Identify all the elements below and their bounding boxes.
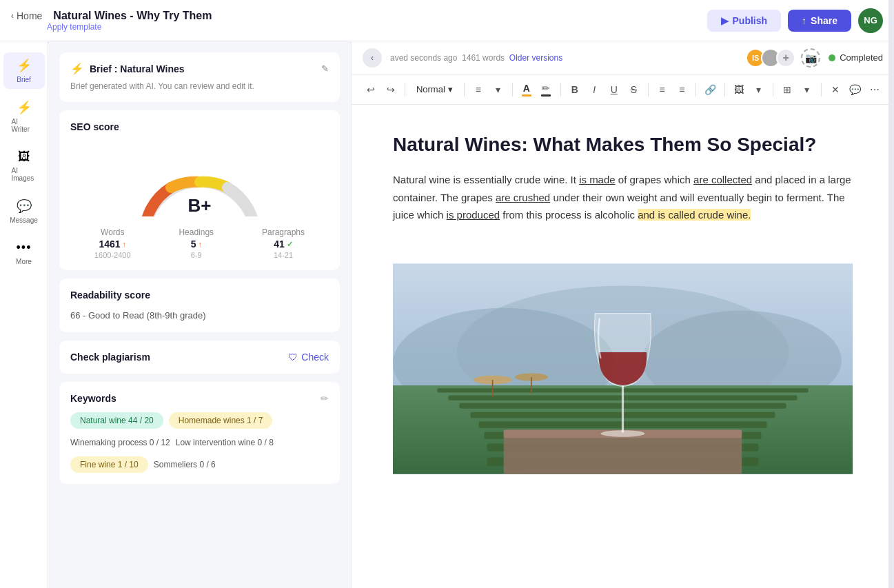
keyword-winemaking-process[interactable]: Winemaking process 0 / 12 bbox=[70, 434, 170, 451]
align-button[interactable]: ≡ bbox=[470, 80, 487, 99]
headings-range: 6-9 bbox=[191, 251, 202, 259]
highlight-button[interactable]: ✏ bbox=[538, 80, 555, 99]
keywords-title: Keywords bbox=[70, 393, 116, 404]
underline-button[interactable]: U bbox=[606, 80, 623, 99]
inline-underline-4: is produced bbox=[447, 209, 500, 221]
add-collaborator-button[interactable]: + bbox=[776, 48, 795, 68]
italic-button[interactable]: I bbox=[586, 80, 603, 99]
comment-button[interactable]: 💬 bbox=[846, 80, 864, 99]
sidebar-item-brief[interactable]: ⚡ Brief bbox=[3, 52, 45, 89]
user-avatar[interactable]: NG bbox=[858, 8, 883, 33]
brief-edit-icon[interactable]: ✎ bbox=[321, 63, 329, 74]
home-link[interactable]: ‹ Home bbox=[11, 10, 42, 21]
back-chevron-icon: ‹ bbox=[11, 11, 14, 21]
paragraphs-value: 41 bbox=[274, 239, 285, 250]
toolbar-separator-8 bbox=[773, 83, 773, 97]
share-label: Share bbox=[811, 15, 837, 26]
redo-button[interactable]: ↪ bbox=[383, 80, 400, 99]
readability-card: Readability score 66 - Good to Read (8th… bbox=[59, 278, 340, 332]
inline-underline-1: is made bbox=[579, 174, 616, 185]
headings-value: 5 bbox=[191, 239, 196, 250]
check-plagiarism-button[interactable]: 🛡 Check bbox=[288, 352, 329, 363]
plagiarism-row: Check plagiarism 🛡 Check bbox=[70, 352, 329, 363]
brief-description: Brief generated with AI. You can review … bbox=[70, 81, 254, 91]
text-color-button[interactable]: A bbox=[518, 80, 536, 99]
brief-icon: ⚡ bbox=[17, 58, 32, 73]
image-more-button[interactable]: ▾ bbox=[750, 80, 767, 99]
table-more-button[interactable]: ▾ bbox=[798, 80, 815, 99]
keyword-homemade-wines[interactable]: Homemade wines 1 / 7 bbox=[169, 412, 273, 429]
sidebar-item-message[interactable]: 💬 Message bbox=[3, 193, 45, 230]
brief-card: ⚡ Brief : Natural Wines ✎ Brief generate… bbox=[59, 52, 340, 102]
publish-label: Publish bbox=[733, 15, 768, 26]
strikethrough-button[interactable]: S bbox=[625, 80, 642, 99]
keywords-card: Keywords ✏ Natural wine 44 / 20 Homemade… bbox=[59, 382, 340, 484]
ai-writer-icon: ⚡ bbox=[17, 100, 32, 115]
panel: ⚡ Brief : Natural Wines ✎ Brief generate… bbox=[48, 41, 352, 588]
keyword-low-intervention-wine[interactable]: Low intervention wine 0 / 8 bbox=[176, 434, 274, 451]
editor-content[interactable]: Natural Wines: What Makes Them So Specia… bbox=[352, 105, 894, 588]
keywords-edit-icon[interactable]: ✏ bbox=[321, 393, 329, 404]
svg-point-16 bbox=[600, 430, 644, 437]
link-button[interactable]: 🔗 bbox=[702, 80, 719, 99]
readability-title: Readability score bbox=[70, 290, 329, 301]
brief-card-icon: ⚡ bbox=[70, 62, 84, 75]
plagiarism-card: Check plagiarism 🛡 Check bbox=[59, 341, 340, 374]
main-content: ⚡ Brief ⚡ AI Writer 🖼 AI Images 💬 Messag… bbox=[0, 41, 894, 588]
bold-button[interactable]: B bbox=[567, 80, 584, 99]
wine-image bbox=[393, 238, 853, 500]
bullet-list-button[interactable]: ≡ bbox=[653, 80, 671, 99]
keyword-sommeliers[interactable]: Sommeliers 0 / 6 bbox=[154, 456, 216, 473]
font-color-indicator: A bbox=[522, 83, 531, 97]
keyword-fine-wine[interactable]: Fine wine 1 / 10 bbox=[70, 456, 148, 473]
completed-badge: Completed bbox=[829, 52, 883, 63]
seo-gauge: B+ bbox=[70, 141, 329, 216]
toolbar-separator-9 bbox=[821, 83, 822, 97]
collapse-panel-button[interactable]: ‹ bbox=[363, 48, 382, 68]
editor-topbar: ‹ aved seconds ago 1461 words Older vers… bbox=[352, 41, 894, 74]
readability-value: 66 - Good to Read (8th-9th grade) bbox=[70, 310, 206, 321]
apply-template-link[interactable]: Apply template bbox=[47, 22, 707, 32]
check-label: Check bbox=[301, 352, 329, 363]
undo-button[interactable]: ↩ bbox=[363, 80, 380, 99]
sidebar-item-ai-images[interactable]: 🖼 AI Images bbox=[3, 144, 45, 187]
words-range: 1600-2400 bbox=[94, 251, 131, 259]
sidebar-label-ai-writer: AI Writer bbox=[12, 118, 37, 133]
home-label: Home bbox=[17, 10, 42, 21]
share-button[interactable]: ↑ Share bbox=[788, 10, 851, 32]
topbar: ‹ Home Natural Wines - Why Try Them Appl… bbox=[0, 0, 894, 41]
editor-toolbar: ↩ ↪ Normal ▾ ≡ ▾ A ✏ bbox=[352, 74, 894, 105]
sidebar-item-more[interactable]: ••• More bbox=[3, 235, 45, 271]
more-options-button[interactable]: ⋯ bbox=[866, 80, 884, 99]
stat-headings: Headings 5 ↑ 6-9 bbox=[179, 227, 214, 259]
seo-grade: B+ bbox=[188, 195, 212, 216]
keyword-list: Natural wine 44 / 20 Homemade wines 1 / … bbox=[70, 412, 329, 473]
keywords-header: Keywords ✏ bbox=[70, 393, 329, 404]
seo-score-card: SEO score bbox=[59, 110, 340, 270]
article-heading: Natural Wines: What Makes Them So Specia… bbox=[393, 132, 853, 157]
ai-images-icon: 🖼 bbox=[18, 150, 30, 164]
seo-score-title: SEO score bbox=[70, 121, 329, 132]
image-button[interactable]: 🖼 bbox=[731, 80, 748, 99]
topbar-title: Natural Wines - Why Try Them bbox=[53, 10, 212, 22]
sidebar-nav: ⚡ Brief ⚡ AI Writer 🖼 AI Images 💬 Messag… bbox=[0, 41, 48, 588]
topbar-left: ‹ Home Natural Wines - Why Try Them Appl… bbox=[11, 10, 707, 32]
plagiarism-title: Check plagiarism bbox=[70, 352, 150, 363]
toolbar-separator-4 bbox=[560, 83, 561, 97]
align-more-button[interactable]: ▾ bbox=[489, 80, 507, 99]
older-versions-link[interactable]: Older versions bbox=[509, 53, 562, 63]
keyword-natural-wine[interactable]: Natural wine 44 / 20 bbox=[70, 412, 163, 429]
sidebar-label-message: Message bbox=[10, 216, 38, 224]
table-button[interactable]: ⊞ bbox=[779, 80, 796, 99]
wine-scene-svg bbox=[393, 238, 853, 500]
sidebar-label-ai-images: AI Images bbox=[12, 167, 37, 182]
format-clear-button[interactable]: ✕ bbox=[827, 80, 844, 99]
toolbar-separator-6 bbox=[695, 83, 696, 97]
publish-button[interactable]: ▶ Publish bbox=[707, 10, 782, 32]
inline-underline-3: are crushed bbox=[496, 192, 550, 203]
toolbar-separator-7 bbox=[724, 83, 725, 97]
brief-card-title: Brief : Natural Wines bbox=[90, 63, 185, 74]
text-style-dropdown[interactable]: Normal ▾ bbox=[411, 80, 458, 99]
sidebar-item-ai-writer[interactable]: ⚡ AI Writer bbox=[3, 94, 45, 139]
numbered-list-button[interactable]: ≡ bbox=[673, 80, 691, 99]
